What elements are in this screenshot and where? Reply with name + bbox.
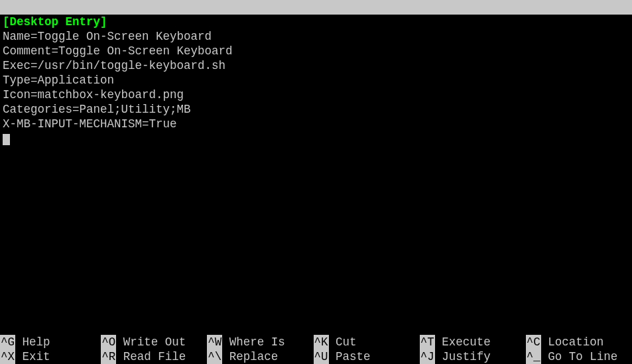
shortcut-help[interactable]: ^GHelp <box>0 335 101 349</box>
cursor-line <box>3 131 629 146</box>
title-bar: /usr/share/raspi-ui-overrides/applicatio… <box>0 0 632 15</box>
shortcut-label: Read File <box>123 349 186 364</box>
editor-area[interactable]: [Desktop Entry] Name=Toggle On-Screen Ke… <box>0 15 632 146</box>
shortcut-key: ^\ <box>207 349 222 364</box>
shortcut-key: ^J <box>420 349 435 364</box>
shortcut-label: Execute <box>442 335 491 349</box>
shortcut-key: ^T <box>420 335 435 349</box>
shortcut-cut[interactable]: ^KCut <box>314 335 420 349</box>
shortcut-label: Paste <box>336 349 371 364</box>
shortcut-location[interactable]: ^CLocation <box>526 335 632 349</box>
file-line: Icon=matchbox-keyboard.png <box>3 88 629 102</box>
shortcut-exit[interactable]: ^XExit <box>0 349 101 364</box>
shortcut-key: ^K <box>314 335 329 349</box>
shortcut-label: Write Out <box>123 335 186 349</box>
shortcut-key: ^W <box>207 335 222 349</box>
shortcut-label: Go To Line <box>548 349 617 364</box>
file-path: /usr/share/raspi-ui-overrides/applicatio… <box>42 15 515 29</box>
file-line: Exec=/usr/bin/toggle-keyboard.sh <box>3 58 629 73</box>
file-line: Type=Application <box>3 73 629 88</box>
shortcut-go-to-line[interactable]: ^_Go To Line <box>526 349 632 364</box>
shortcut-justify[interactable]: ^JJustify <box>420 349 526 364</box>
shortcut-row: ^XExit ^RRead File ^\Replace ^UPaste ^JJ… <box>0 349 632 364</box>
file-line: X-MB-INPUT-MECHANISM=True <box>3 117 629 131</box>
shortcut-write-out[interactable]: ^OWrite Out <box>101 335 207 349</box>
shortcut-label: Where Is <box>229 335 285 349</box>
shortcut-key: ^U <box>314 349 329 364</box>
shortcut-label: Cut <box>336 335 357 349</box>
shortcut-label: Replace <box>229 349 279 364</box>
shortcut-key: ^O <box>101 335 116 349</box>
shortcut-label: Justify <box>442 349 491 364</box>
shortcut-read-file[interactable]: ^RRead File <box>101 349 207 364</box>
shortcut-key: ^G <box>0 335 15 349</box>
shortcut-row: ^GHelp ^OWrite Out ^WWhere Is ^KCut ^TEx… <box>0 335 632 349</box>
file-line: Comment=Toggle On-Screen Keyboard <box>3 44 629 58</box>
shortcut-replace[interactable]: ^\Replace <box>207 349 313 364</box>
shortcut-label: Location <box>548 335 603 349</box>
shortcut-label: Exit <box>23 349 50 364</box>
shortcut-execute[interactable]: ^TExecute <box>420 335 526 349</box>
cursor-icon <box>3 134 10 146</box>
shortcut-label: Help <box>23 335 50 349</box>
shortcut-key: ^X <box>0 349 15 364</box>
shortcut-bar: ^GHelp ^OWrite Out ^WWhere Is ^KCut ^TEx… <box>0 335 632 364</box>
shortcut-key: ^C <box>526 335 541 349</box>
shortcut-paste[interactable]: ^UPaste <box>314 349 420 364</box>
file-line: Name=Toggle On-Screen Keyboard <box>3 29 629 44</box>
shortcut-where-is[interactable]: ^WWhere Is <box>207 335 313 349</box>
shortcut-key: ^_ <box>526 349 541 364</box>
file-line: Categories=Panel;Utility;MB <box>3 102 629 117</box>
shortcut-key: ^R <box>101 349 116 364</box>
